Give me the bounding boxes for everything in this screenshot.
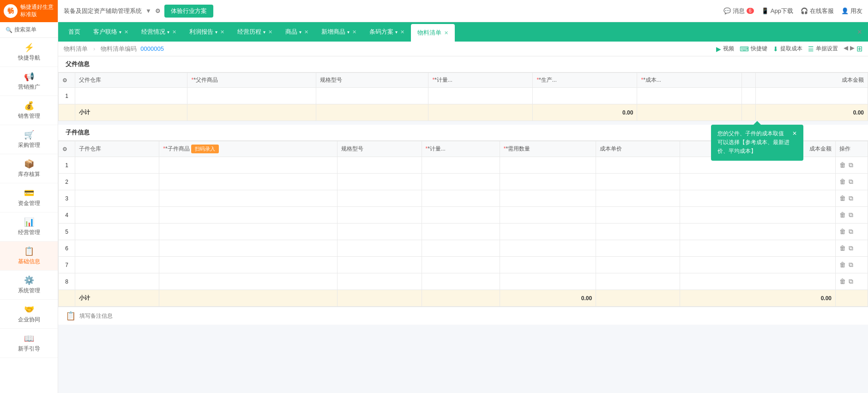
parent-produce-cell[interactable] [533, 88, 637, 104]
online-service-btn[interactable]: 🎧 在线客服 [801, 7, 834, 15]
tab-close-icon[interactable]: ✕ [400, 29, 404, 35]
nav-prev-btn[interactable]: ◀ [844, 44, 848, 53]
view-video-btn[interactable]: ▶ 视频 [716, 45, 734, 53]
user-btn[interactable]: 👤 用友 [841, 7, 862, 15]
delete-icon[interactable]: 🗑 [839, 194, 846, 202]
sidebar-item-sales[interactable]: 💰 销售管理 [0, 96, 58, 125]
tab-barcode[interactable]: 条码方案 ▾ ✕ [363, 22, 411, 42]
nav-next-btn[interactable]: ▶ [850, 44, 855, 53]
search-menu[interactable]: 🔍 搜索菜单 [0, 22, 58, 38]
delete-icon[interactable]: 🗑 [839, 211, 846, 219]
sidebar-item-system[interactable]: ⚙️ 系统管理 [0, 271, 58, 300]
notes-input[interactable] [79, 313, 861, 319]
child-unit-8[interactable] [422, 273, 500, 290]
sidebar-item-basic[interactable]: 📋 基础信息 [0, 242, 58, 271]
child-price-7[interactable] [596, 257, 680, 273]
copy-icon[interactable]: ⧉ [849, 178, 853, 186]
child-unit-1[interactable] [422, 157, 500, 174]
child-goods-6[interactable] [159, 240, 338, 257]
child-spec-1[interactable] [338, 157, 422, 174]
delete-icon[interactable]: 🗑 [839, 161, 846, 169]
child-price-8[interactable] [596, 273, 680, 290]
delete-icon[interactable]: 🗑 [839, 244, 846, 252]
child-spec-5[interactable] [338, 224, 422, 240]
tab-profit[interactable]: 利润报告 ▾ ✕ [183, 22, 231, 42]
doc-settings-btn[interactable]: ☰ 单据设置 [808, 45, 838, 53]
tab-close-icon[interactable]: ✕ [304, 29, 308, 35]
copy-icon[interactable]: ⧉ [849, 228, 853, 236]
child-warehouse-4[interactable] [75, 207, 159, 224]
page-close-btn[interactable]: ✕ [855, 28, 864, 36]
trial-button[interactable]: 体验行业方案 [164, 5, 213, 18]
child-price-3[interactable] [596, 190, 680, 207]
child-warehouse-1[interactable] [75, 157, 159, 174]
child-price-5[interactable] [596, 224, 680, 240]
child-qty-7[interactable] [500, 257, 596, 273]
child-goods-2[interactable] [159, 174, 338, 190]
child-goods-7[interactable] [159, 257, 338, 273]
sidebar-item-inventory[interactable]: 📦 库存核算 [0, 154, 58, 183]
child-goods-4[interactable] [159, 207, 338, 224]
child-price-2[interactable] [596, 174, 680, 190]
child-warehouse-6[interactable] [75, 240, 159, 257]
tab-goods[interactable]: 商品 ▾ ✕ [279, 22, 315, 42]
parent-warehouse-cell[interactable] [75, 88, 187, 104]
tooltip-close-btn[interactable]: ✕ [792, 129, 797, 138]
child-goods-5[interactable] [159, 224, 338, 240]
child-spec-6[interactable] [338, 240, 422, 257]
sidebar-item-operations[interactable]: 📊 经营管理 [0, 212, 58, 242]
child-spec-2[interactable] [338, 174, 422, 190]
child-spec-8[interactable] [338, 273, 422, 290]
child-qty-4[interactable] [500, 207, 596, 224]
tab-operations[interactable]: 经营情况 ▾ ✕ [135, 22, 183, 42]
child-warehouse-3[interactable] [75, 190, 159, 207]
child-unit-4[interactable] [422, 207, 500, 224]
child-price-4[interactable] [596, 207, 680, 224]
child-goods-3[interactable] [159, 190, 338, 207]
child-unit-5[interactable] [422, 224, 500, 240]
sidebar-item-cooperation[interactable]: 🤝 企业协同 [0, 300, 58, 329]
copy-icon[interactable]: ⧉ [849, 211, 853, 219]
grid-view-btn[interactable]: ⊞ [856, 44, 862, 53]
tab-history[interactable]: 经营历程 ▾ ✕ [231, 22, 279, 42]
child-goods-1[interactable] [159, 157, 338, 174]
child-spec-3[interactable] [338, 190, 422, 207]
child-qty-2[interactable] [500, 174, 596, 190]
child-price-1[interactable] [596, 157, 680, 174]
sidebar-item-purchase[interactable]: 🛒 采购管理 [0, 125, 58, 154]
child-qty-8[interactable] [500, 273, 596, 290]
tab-close-icon[interactable]: ✕ [352, 29, 356, 35]
parent-unit-cell[interactable] [428, 88, 533, 104]
child-warehouse-2[interactable] [75, 174, 159, 190]
tab-bom[interactable]: 物料清单 ✕ [411, 24, 455, 42]
child-unit-2[interactable] [422, 174, 500, 190]
child-warehouse-5[interactable] [75, 224, 159, 240]
sidebar-item-finance[interactable]: 💳 资金管理 [0, 183, 58, 212]
sidebar-item-guide[interactable]: 📖 新手引导 [0, 329, 58, 358]
tab-close-icon[interactable]: ✕ [124, 29, 128, 35]
child-col-settings[interactable]: ⚙ [59, 141, 75, 157]
sidebar-item-quicknav[interactable]: ⚡ 快捷导航 [0, 38, 58, 67]
copy-icon[interactable]: ⧉ [849, 278, 853, 285]
delete-icon[interactable]: 🗑 [839, 228, 846, 236]
delete-icon[interactable]: 🗑 [839, 261, 846, 269]
tab-new-goods[interactable]: 新增商品 ▾ ✕ [315, 22, 363, 42]
tab-customer[interactable]: 客户联络 ▾ ✕ [87, 22, 135, 42]
parent-goods-cell[interactable] [187, 88, 316, 104]
child-warehouse-8[interactable] [75, 273, 159, 290]
extract-cost-btn[interactable]: ⬇ 提取成本 [773, 45, 802, 53]
sidebar-item-marketing[interactable]: 📢 营销推广 [0, 67, 58, 96]
child-unit-6[interactable] [422, 240, 500, 257]
tab-close-icon[interactable]: ✕ [444, 30, 448, 36]
child-spec-4[interactable] [338, 207, 422, 224]
copy-icon[interactable]: ⧉ [849, 161, 853, 169]
shortcut-btn[interactable]: ⌨ 快捷键 [740, 45, 767, 53]
scan-input-btn[interactable]: 扫码录入 [191, 145, 219, 153]
tab-home[interactable]: 首页 [62, 22, 87, 42]
child-unit-7[interactable] [422, 257, 500, 273]
message-btn[interactable]: 💬 消息 6 [723, 7, 754, 15]
child-goods-8[interactable] [159, 273, 338, 290]
copy-icon[interactable]: ⧉ [849, 261, 853, 269]
delete-icon[interactable]: 🗑 [839, 178, 846, 186]
child-warehouse-7[interactable] [75, 257, 159, 273]
